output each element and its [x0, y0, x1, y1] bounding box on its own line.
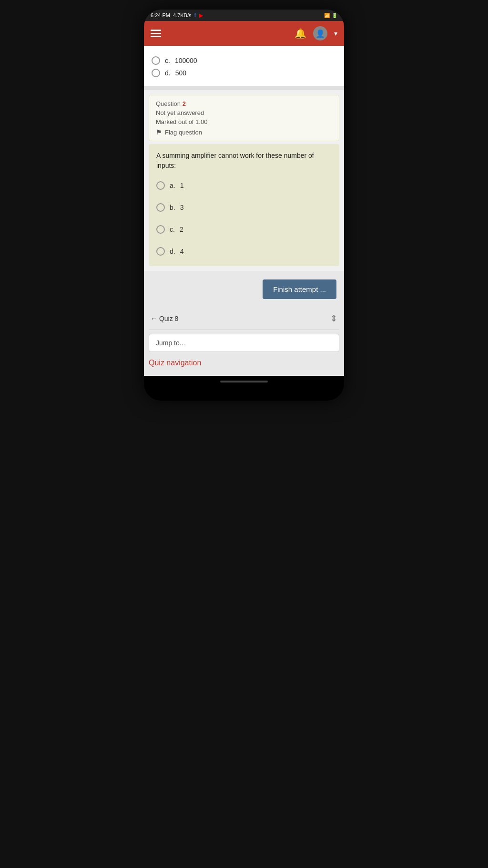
jump-to-input[interactable]: Jump to...	[149, 334, 339, 352]
option-d-letter: d.	[170, 248, 175, 255]
prev-option-d-radio[interactable]	[152, 69, 160, 77]
hamburger-menu-button[interactable]	[151, 30, 161, 37]
option-b-radio[interactable]	[156, 203, 165, 212]
status-right: 📶 🔋	[324, 13, 337, 18]
prev-question-partial: c. 100000 d. 500	[144, 46, 344, 86]
nav-arrow-icon[interactable]: ⇕	[330, 313, 337, 324]
quiz-navigation-label[interactable]: Quiz navigation	[149, 359, 339, 371]
quiz-back-label[interactable]: ← Quiz 8	[151, 315, 178, 322]
prev-option-c-value: 100000	[175, 57, 197, 64]
prev-option-c-radio[interactable]	[152, 56, 160, 65]
question-number: 2	[183, 100, 186, 107]
quiz-nav-row: ← Quiz 8 ⇕	[149, 308, 339, 330]
prev-option-c-row: c. 100000	[152, 56, 336, 65]
option-d-row: d. 4	[156, 247, 332, 256]
option-a-letter: a.	[170, 182, 175, 189]
avatar-button[interactable]: 👤	[313, 26, 327, 41]
option-b-value: 3	[180, 204, 184, 211]
data-speed: 4.7KB/s	[173, 12, 192, 18]
option-a-radio[interactable]	[156, 181, 165, 190]
option-d-value: 4	[180, 248, 184, 255]
option-b-row: b. 3	[156, 203, 332, 212]
yt-icon: ▶	[199, 13, 203, 18]
prev-option-d-label: d.	[165, 69, 171, 77]
option-c-radio[interactable]	[156, 225, 165, 234]
option-c-letter: c.	[170, 226, 175, 233]
option-c-value: 2	[180, 226, 183, 233]
avatar-icon-symbol: 👤	[315, 29, 325, 38]
content-area: c. 100000 d. 500 Question 2 Not yet answ…	[144, 46, 344, 376]
status-bar: 6:24 PM 4.7KB/s f ▶ 📶 🔋	[144, 10, 344, 21]
section-divider	[144, 86, 344, 90]
option-d-radio[interactable]	[156, 247, 165, 256]
jump-to-placeholder: Jump to...	[156, 339, 185, 347]
option-b-letter: b.	[170, 204, 175, 211]
home-indicator	[144, 376, 344, 387]
question-label: Question 2	[156, 100, 332, 107]
battery-icon: 🔋	[332, 13, 337, 18]
question-text: A summing amplifier cannot work for thes…	[156, 151, 332, 171]
option-c-row: c. 2	[156, 225, 332, 234]
option-a-value: 1	[180, 182, 184, 189]
chevron-down-icon[interactable]: ▾	[334, 30, 337, 37]
bell-icon[interactable]: 🔔	[295, 28, 306, 39]
not-answered-status: Not yet answered	[156, 109, 332, 116]
phone-frame: 6:24 PM 4.7KB/s f ▶ 📶 🔋 🔔 👤 ▾	[144, 10, 344, 401]
prev-option-c-label: c.	[165, 57, 170, 64]
flag-question-button[interactable]: ⚑ Flag question	[156, 128, 332, 136]
home-bar	[220, 381, 268, 382]
flag-label: Flag question	[165, 129, 202, 136]
fb-icon: f	[194, 12, 196, 19]
header-right: 🔔 👤 ▾	[295, 26, 337, 41]
finish-area: Finish attempt ...	[144, 271, 344, 308]
prev-option-d-row: d. 500	[152, 69, 336, 77]
question2-body-card: A summing amplifier cannot work for thes…	[149, 144, 339, 266]
prev-option-d-value: 500	[175, 69, 186, 77]
app-header: 🔔 👤 ▾	[144, 21, 344, 46]
signal-icon: 📶	[324, 13, 330, 18]
marks-display: Marked out of 1.00	[156, 118, 332, 125]
finish-attempt-button[interactable]: Finish attempt ...	[263, 279, 336, 299]
options-list: a. 1 b. 3 c. 2 d. 4	[156, 177, 332, 259]
option-a-row: a. 1	[156, 181, 332, 190]
status-left: 6:24 PM 4.7KB/s f ▶	[151, 12, 203, 19]
time-display: 6:24 PM	[151, 12, 170, 18]
flag-icon: ⚑	[156, 128, 162, 136]
bottom-nav-area: ← Quiz 8 ⇕ Jump to... Quiz navigation	[144, 308, 344, 376]
question2-meta-card: Question 2 Not yet answered Marked out o…	[149, 95, 339, 141]
